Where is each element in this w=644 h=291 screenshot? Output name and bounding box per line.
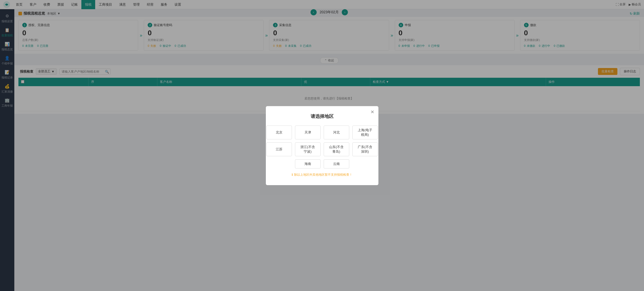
modal-overlay[interactable]: ✕ 请选择地区 北京 天津 河北 上海(电子税局) 江苏 浙江(不含宁波) 山东… — [0, 0, 644, 291]
region-beijing[interactable]: 北京 — [266, 126, 292, 139]
modal-close-btn[interactable]: ✕ — [370, 110, 374, 114]
region-zhejiang[interactable]: 浙江(不含宁波) — [295, 142, 321, 156]
region-hebei[interactable]: 河北 — [324, 126, 349, 139]
region-yunnan[interactable]: 云南 — [324, 159, 349, 169]
region-shandong[interactable]: 山东(不含青岛) — [324, 142, 349, 156]
region-guangdong[interactable]: 广东(不含深圳) — [352, 142, 378, 156]
region-jiangsu[interactable]: 江苏 — [266, 142, 292, 156]
modal: ✕ 请选择地区 北京 天津 河北 上海(电子税局) 江苏 浙江(不含宁波) 山东… — [266, 106, 378, 185]
warning-icon: ℹ — [292, 173, 293, 176]
modal-title: 请选择地区 — [274, 113, 370, 119]
region-hainan[interactable]: 海南 — [295, 159, 321, 169]
region-row-2: 江苏 浙江(不含宁波) 山东(不含青岛) 广东(不含深圳) — [274, 142, 370, 156]
region-grid: 北京 天津 河北 上海(电子税局) 江苏 浙江(不含宁波) 山东(不含青岛) 广… — [274, 126, 370, 169]
region-row-3: 海南 云南 — [274, 159, 370, 169]
region-note: ℹ 除以上地区外其他地区暂不支持报税检查！ — [274, 173, 370, 177]
region-shanghai[interactable]: 上海(电子税局) — [352, 126, 378, 139]
region-tianjin[interactable]: 天津 — [295, 126, 321, 139]
region-row-1: 北京 天津 河北 上海(电子税局) — [274, 126, 370, 139]
